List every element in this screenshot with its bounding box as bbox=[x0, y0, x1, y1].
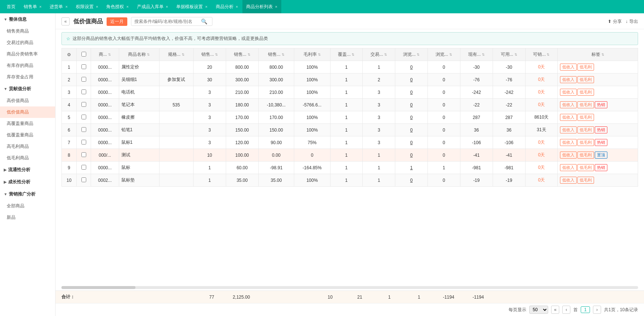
row-view1[interactable]: 0 bbox=[395, 86, 428, 99]
row-checkbox[interactable] bbox=[76, 174, 91, 187]
view1-link[interactable]: 0 bbox=[410, 115, 413, 120]
row-checkbox[interactable] bbox=[76, 61, 91, 74]
sidebar-item-with-stock[interactable]: 有库存的商品 bbox=[0, 60, 55, 71]
nav-sales-close[interactable]: × bbox=[39, 4, 41, 9]
sidebar-item-high-coverage[interactable]: 高覆盖量商品 bbox=[0, 118, 55, 129]
next-page-btn[interactable]: › bbox=[593, 306, 601, 314]
col-sale-price[interactable]: 销售...⇅ bbox=[258, 48, 294, 61]
col-code[interactable]: 商...⇅ bbox=[91, 48, 119, 61]
sidebar-item-low-value[interactable]: 低价值商品 bbox=[0, 106, 55, 118]
view1-link[interactable]: 0 bbox=[410, 128, 413, 133]
nav-warehouse[interactable]: 产成品入库单 × bbox=[133, 0, 172, 13]
row-checkbox[interactable] bbox=[76, 99, 91, 111]
nav-permissions[interactable]: 权限设置 × bbox=[72, 0, 102, 13]
sidebar-item-category-rate[interactable]: 商品分类销售率 bbox=[0, 48, 55, 60]
row-view1[interactable]: 1 bbox=[395, 162, 428, 174]
row-select-checkbox[interactable] bbox=[81, 77, 86, 82]
row-checkbox[interactable] bbox=[76, 149, 91, 162]
row-checkbox[interactable] bbox=[76, 86, 91, 99]
sidebar-item-sales-products[interactable]: 销售类商品 bbox=[0, 26, 55, 37]
nav-analysis-list[interactable]: 商品分析列表 × bbox=[242, 0, 281, 13]
col-view1[interactable]: 浏览...⇅ bbox=[395, 48, 428, 61]
row-view1[interactable]: 0 bbox=[395, 61, 428, 74]
nav-analysis-list-close[interactable]: × bbox=[275, 4, 277, 9]
col-tags[interactable]: 标签⇅ bbox=[558, 48, 638, 61]
sidebar-section-growth[interactable]: ▶ 成长性分析 bbox=[0, 176, 55, 188]
nav-roles[interactable]: 角色授权 × bbox=[103, 0, 132, 13]
sidebar-item-low-coverage[interactable]: 低覆盖量商品 bbox=[0, 129, 55, 141]
col-current[interactable]: 现有...⇅ bbox=[460, 48, 493, 61]
row-checkbox[interactable] bbox=[76, 136, 91, 149]
prev-page-btn[interactable]: ‹ bbox=[562, 306, 570, 314]
row-select-checkbox[interactable] bbox=[81, 115, 86, 119]
page-size-select[interactable]: 50 100 bbox=[529, 306, 548, 314]
row-select-checkbox[interactable] bbox=[81, 64, 86, 69]
row-checkbox[interactable] bbox=[76, 74, 91, 86]
nav-analysis-close[interactable]: × bbox=[236, 4, 238, 9]
sidebar-item-capital[interactable]: 库存资金占用 bbox=[0, 71, 55, 83]
sidebar-item-new-products[interactable]: 新品 bbox=[0, 212, 55, 223]
col-spec[interactable]: 规格...⇅ bbox=[159, 48, 193, 61]
nav-permissions-close[interactable]: × bbox=[96, 4, 98, 9]
search-input[interactable] bbox=[134, 19, 201, 24]
row-view1[interactable]: 0 bbox=[395, 136, 428, 149]
col-sale-qty[interactable]: 销售...⇅ bbox=[193, 48, 226, 61]
sidebar-item-all-products[interactable]: 全部商品 bbox=[0, 200, 55, 212]
sidebar-item-traded[interactable]: 交易过的商品 bbox=[0, 37, 55, 48]
row-select-checkbox[interactable] bbox=[81, 140, 86, 145]
sidebar-section-flow[interactable]: ▶ 流通性分析 bbox=[0, 164, 55, 176]
nav-analysis[interactable]: 商品分析 × bbox=[212, 0, 242, 13]
row-select-checkbox[interactable] bbox=[81, 165, 86, 170]
sidebar-item-high-margin[interactable]: 高毛利商品 bbox=[0, 141, 55, 152]
view1-link[interactable]: 0 bbox=[410, 65, 413, 70]
search-box[interactable]: 🔍 bbox=[131, 17, 212, 26]
filter-recent-month[interactable]: 近一月 bbox=[107, 17, 127, 26]
sidebar-section-overall[interactable]: ▼ 整体信息 bbox=[0, 13, 55, 26]
nav-home[interactable]: 首页 bbox=[3, 0, 19, 13]
sidebar-item-low-margin[interactable]: 低毛利商品 bbox=[0, 152, 55, 164]
view1-link[interactable]: 0 bbox=[410, 178, 413, 183]
col-settings[interactable]: ⚙ bbox=[62, 48, 77, 61]
nav-purchase-close[interactable]: × bbox=[65, 4, 67, 9]
nav-roles-close[interactable]: × bbox=[126, 4, 128, 9]
row-checkbox[interactable] bbox=[76, 111, 91, 124]
sidebar-section-marketing[interactable]: ▼ 营销推广分析 bbox=[0, 188, 55, 200]
nav-template[interactable]: 单据模板设置 × bbox=[172, 0, 211, 13]
col-gross-margin[interactable]: 毛利率⇅ bbox=[294, 48, 330, 61]
row-checkbox[interactable] bbox=[76, 162, 91, 174]
col-available[interactable]: 可用...⇅ bbox=[493, 48, 525, 61]
view1-link[interactable]: 0 bbox=[410, 102, 413, 108]
share-button[interactable]: ⬆ 分享 bbox=[608, 18, 622, 25]
sidebar-section-contribution[interactable]: ▼ 贡献值分析 bbox=[0, 83, 55, 95]
nav-template-close[interactable]: × bbox=[205, 4, 207, 9]
row-select-checkbox[interactable] bbox=[81, 152, 86, 157]
row-view1[interactable]: 0 bbox=[395, 149, 428, 162]
select-all-checkbox[interactable] bbox=[81, 52, 86, 57]
row-view1[interactable]: 0 bbox=[395, 124, 428, 136]
nav-warehouse-close[interactable]: × bbox=[166, 4, 168, 9]
sidebar-item-high-value[interactable]: 高价值商品 bbox=[0, 95, 55, 106]
view1-link[interactable]: 0 bbox=[410, 153, 413, 158]
col-saleable[interactable]: 可销...⇅ bbox=[525, 48, 558, 61]
row-view1[interactable]: 0 bbox=[395, 111, 428, 124]
export-button[interactable]: ↓ 导出 bbox=[625, 18, 638, 25]
first-page-btn[interactable]: « bbox=[551, 306, 559, 314]
collapse-button[interactable]: « bbox=[61, 17, 70, 26]
view1-link[interactable]: 1 bbox=[410, 165, 413, 170]
col-trade[interactable]: 交易...⇅ bbox=[363, 48, 395, 61]
col-sale-amount[interactable]: 销售...⇅ bbox=[226, 48, 258, 61]
row-view1[interactable]: 0 bbox=[395, 74, 428, 86]
view1-link[interactable]: 0 bbox=[410, 90, 413, 95]
row-view1[interactable]: 0 bbox=[395, 99, 428, 111]
row-select-checkbox[interactable] bbox=[81, 177, 86, 182]
view1-link[interactable]: 0 bbox=[410, 140, 413, 145]
row-select-checkbox[interactable] bbox=[81, 102, 86, 107]
col-name[interactable]: 商品名称⇅ bbox=[119, 48, 159, 61]
current-page[interactable]: 1 bbox=[581, 306, 590, 313]
horizontal-scrollbar[interactable] bbox=[61, 286, 638, 289]
nav-purchase[interactable]: 进货单 × bbox=[46, 0, 71, 13]
row-select-checkbox[interactable] bbox=[81, 127, 86, 132]
col-view2[interactable]: 浏览...⇅ bbox=[428, 48, 460, 61]
row-view1[interactable]: 0 bbox=[395, 174, 428, 187]
row-select-checkbox[interactable] bbox=[81, 89, 86, 94]
